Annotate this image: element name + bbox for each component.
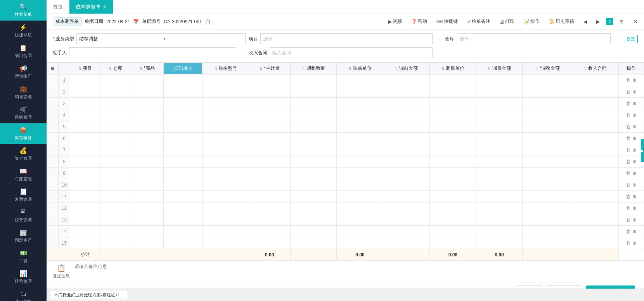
row-incomecontract[interactable]: [572, 202, 619, 214]
row-prevamount[interactable]: [383, 98, 430, 109]
row-product[interactable]: [130, 179, 164, 191]
sidebar-item-finance[interactable]: 💰 资金管理: [0, 144, 47, 164]
row-prevunitprice[interactable]: [337, 156, 383, 168]
row-prevunitprice[interactable]: [337, 74, 383, 86]
table-header-adjamount[interactable]: ⇅ *调整金额: [523, 63, 572, 74]
row-adjqty[interactable]: [290, 202, 337, 214]
row-product[interactable]: [130, 121, 164, 133]
row-prevunitprice[interactable]: [337, 191, 383, 202]
row-afterunitprice[interactable]: [429, 226, 476, 237]
table-header-project[interactable]: ⇅ 项目: [70, 63, 100, 74]
row-prevamount[interactable]: [383, 168, 430, 179]
note-input[interactable]: [74, 264, 638, 269]
right-edge-indicator[interactable]: ▶: [641, 139, 644, 162]
row-delete-icon[interactable]: 🗑: [626, 112, 631, 118]
row-afteramount[interactable]: [476, 98, 523, 109]
sidebar-item-salary[interactable]: 💵 工资: [0, 246, 47, 267]
row-incomecontract[interactable]: [572, 86, 619, 98]
row-afterunitprice[interactable]: [429, 202, 476, 214]
table-header-product[interactable]: ⇅ *商品: [130, 63, 164, 74]
row-warehouse[interactable]: [100, 144, 130, 156]
sidebar-item-tax[interactable]: 🏛 税务管理: [0, 206, 47, 226]
tab-close-icon[interactable]: ✕: [103, 4, 107, 9]
row-project[interactable]: [70, 237, 100, 249]
row-prevamount[interactable]: [383, 214, 430, 226]
note-section[interactable]: 📋 备注信息: [53, 264, 70, 279]
sidebar-item-project[interactable]: 📋 项目合同: [0, 41, 47, 62]
row-adjamount[interactable]: [523, 214, 572, 226]
row-adjqty[interactable]: [290, 214, 337, 226]
row-afteramount[interactable]: [476, 121, 523, 133]
nav-next-btn[interactable]: ▶: [593, 18, 603, 25]
row-adjqty[interactable]: [290, 237, 337, 249]
row-delete-icon[interactable]: 🗑: [626, 205, 631, 211]
row-unit[interactable]: [249, 168, 290, 179]
row-spectype[interactable]: [203, 191, 249, 202]
row-project[interactable]: [70, 226, 100, 237]
project-more-btn[interactable]: ···: [435, 36, 442, 42]
table-header-afterunitprice[interactable]: ⇅ 调后单价: [429, 63, 476, 74]
row-copy-icon[interactable]: ⊕: [632, 100, 637, 106]
row-spectype[interactable]: [203, 226, 249, 237]
row-delete-icon[interactable]: 🗑: [626, 124, 631, 130]
row-incomecontract[interactable]: [572, 133, 619, 144]
row-adjamount[interactable]: [523, 74, 572, 86]
row-incomecontract[interactable]: [572, 179, 619, 191]
row-copy-icon[interactable]: ⊕: [632, 228, 637, 234]
row-spectype[interactable]: [203, 121, 249, 133]
row-afterunitprice[interactable]: [429, 156, 476, 168]
row-scan[interactable]: [164, 168, 203, 179]
row-copy-icon[interactable]: ⊕: [632, 240, 637, 246]
row-afterunitprice[interactable]: [429, 109, 476, 121]
taskbar-item[interactable]: 木门行业好业财处理方案-嘉红红.doc - WPS Office: [50, 291, 127, 299]
row-afteramount[interactable]: [476, 74, 523, 86]
row-incomecontract[interactable]: [572, 156, 619, 168]
row-unit[interactable]: [249, 214, 290, 226]
row-unit[interactable]: [249, 86, 290, 98]
row-adjamount[interactable]: [523, 226, 572, 237]
row-incomecontract[interactable]: [572, 98, 619, 109]
close-main-btn[interactable]: ✕: [633, 18, 638, 25]
row-prevunitprice[interactable]: [337, 133, 383, 144]
row-afterunitprice[interactable]: [429, 214, 476, 226]
row-afterunitprice[interactable]: [429, 237, 476, 249]
check-btn[interactable]: ✔ 检单备注: [464, 17, 493, 26]
nav-prev-btn[interactable]: ◀: [580, 18, 590, 25]
row-prevamount[interactable]: [383, 121, 430, 133]
row-warehouse[interactable]: [100, 133, 130, 144]
table-header-scan[interactable]: 扫码录入: [164, 63, 203, 74]
row-afterunitprice[interactable]: [429, 86, 476, 98]
row-product[interactable]: [130, 86, 164, 98]
row-warehouse[interactable]: [100, 74, 130, 86]
row-adjqty[interactable]: [290, 191, 337, 202]
row-copy-icon[interactable]: ⊕: [632, 182, 637, 188]
row-warehouse[interactable]: [100, 109, 130, 121]
sidebar-item-sales[interactable]: 💼 销售管理: [0, 82, 47, 103]
row-delete-icon[interactable]: 🗑: [626, 89, 631, 95]
row-scan[interactable]: [164, 156, 203, 168]
row-incomecontract[interactable]: [572, 237, 619, 249]
row-copy-icon[interactable]: ⊕: [632, 112, 637, 118]
row-afteramount[interactable]: [476, 179, 523, 191]
row-scan[interactable]: [164, 202, 203, 214]
row-afterunitprice[interactable]: [429, 133, 476, 144]
project-input[interactable]: 选择...: [260, 33, 432, 44]
row-prevamount[interactable]: [383, 144, 430, 156]
row-incomecontract[interactable]: [572, 214, 619, 226]
row-afteramount[interactable]: [476, 86, 523, 98]
row-adjqty[interactable]: [290, 74, 337, 86]
row-scan[interactable]: [164, 191, 203, 202]
row-product[interactable]: [130, 191, 164, 202]
row-unit[interactable]: [249, 237, 290, 249]
row-scan[interactable]: [164, 133, 203, 144]
row-spectype[interactable]: [203, 214, 249, 226]
row-adjamount[interactable]: [523, 98, 572, 109]
row-unit[interactable]: [249, 98, 290, 109]
row-prevunitprice[interactable]: [337, 237, 383, 249]
row-product[interactable]: [130, 214, 164, 226]
table-header-afteramount[interactable]: ⇅ 调后金额: [476, 63, 523, 74]
row-spectype[interactable]: [203, 237, 249, 249]
row-incomecontract[interactable]: [572, 121, 619, 133]
row-afteramount[interactable]: [476, 109, 523, 121]
row-spectype[interactable]: [203, 98, 249, 109]
